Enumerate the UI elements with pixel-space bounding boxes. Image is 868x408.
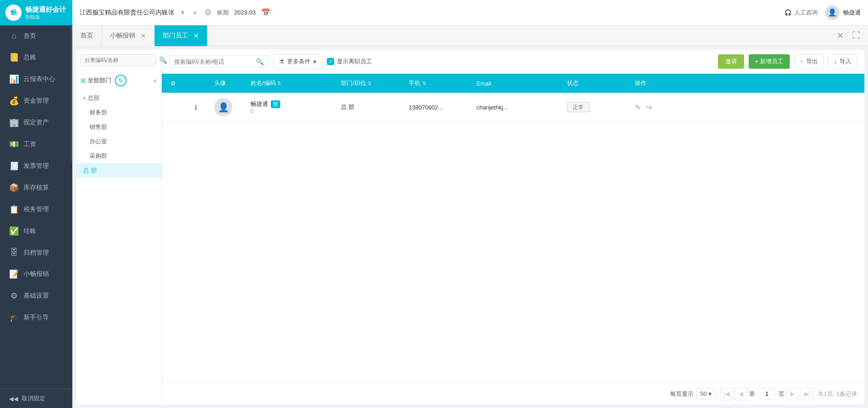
add-employee-button[interactable]: + 新增员工 [749,54,790,69]
calendar-icon[interactable]: 📅 [261,8,270,17]
tabs-right: ✕ ⛶ [834,29,868,42]
export-button[interactable]: ↑ 导出 [794,54,824,69]
dept-sort-icon[interactable]: ⇅ [368,81,372,86]
prev-page-button[interactable]: ◀ [735,388,747,400]
toolbar-right: 邀请 + 新增员工 ↑ 导出 ↓ 导入 [718,54,857,69]
dept-search-input[interactable] [80,54,156,66]
right-panel: 🔍 ⚗ 更多条件 ▾ ✓ 显示离职员工 邀请 + 新增员工 ↑ 导出 [162,50,864,404]
app-logo-icon: 畅 [5,5,22,21]
header-settings-icon[interactable]: ⚙ [204,8,212,18]
sidebar: 畅 畅捷通好会计 旗舰版 ⌂ 首页 📒 总账 📊 云报表中心 💰 资金管理 🏢 … [0,0,72,408]
row-num-cell: 1 [184,93,207,122]
header-right: 🎧 人工咨询 👤 畅捷通 [784,5,861,20]
gear-icon: ⚙ [170,80,176,87]
company-dropdown-icon[interactable]: ▼ [180,9,185,16]
sidebar-item-archive[interactable]: 🗄 归档管理 [0,242,72,263]
sidebar-logo: 畅 畅捷通好会计 旗舰版 [0,0,72,25]
table-row: 1 👤 畅捷通 部 0 总 部 [162,93,864,122]
page-unit: 页 [778,390,784,398]
tab-close-all-icon[interactable]: ✕ [834,29,846,42]
tab-expand-icon[interactable]: ⛶ [850,29,863,42]
sidebar-item-home[interactable]: ⌂ 首页 [0,25,72,47]
mobile-sort-icon[interactable]: ⇅ [422,81,426,86]
more-filter-button[interactable]: ⚗ 更多条件 ▾ [273,54,322,69]
filter-dropdown-icon: ▾ [313,58,316,65]
logout-employee-button[interactable]: ↪ [646,104,652,111]
tab-xiaochang-close[interactable]: ✕ [141,32,146,39]
sidebar-item-xiaochang[interactable]: 📝 小畅报销 [0,263,72,285]
status-badge: 正常 [567,102,590,112]
invite-button[interactable]: 邀请 [718,54,744,69]
sidebar-item-ledger[interactable]: 📒 总账 [0,47,72,68]
cancel-pin-button[interactable]: ◀◀ 取消固定 [0,389,72,408]
assets-icon: 🏢 [9,118,19,128]
period-label: 账期 [217,9,229,17]
mobile-col-label: 手机 [409,80,420,86]
show-resigned-checkbox[interactable]: ✓ 显示离职员工 [327,57,372,66]
page-number-input[interactable] [758,388,776,399]
archive-icon: 🗄 [9,248,19,257]
sidebar-item-tax[interactable]: 📋 税务管理 [0,199,72,220]
name-sort-icon[interactable]: ⇅ [277,81,281,86]
dept-item-zongbu[interactable]: ▾ 总部 [76,91,161,105]
sidebar-item-guide[interactable]: 🎓 新手引导 [0,307,72,328]
next-page-button[interactable]: ▶ [786,388,799,400]
col-num [184,74,207,93]
tax-icon: 📋 [9,204,19,214]
dept-col-label: 部门/职位 [341,80,366,86]
collapse-panel-icon[interactable]: « [153,77,157,84]
dept-item-bgb[interactable]: 办公室 [76,134,161,149]
tab-home[interactable]: 首页 [72,25,102,46]
invoice-icon: 🧾 [9,161,19,171]
sidebar-item-settings[interactable]: ⚙ 基础设置 [0,285,72,307]
dept-item-cwb[interactable]: 财务部 [76,105,161,120]
employee-search-box[interactable]: 🔍 [169,55,269,68]
dept-item-cgb[interactable]: 采购部 [76,149,161,163]
sidebar-item-capital[interactable]: 💰 资金管理 [0,90,72,112]
page-navigation: |◀ ◀ 第 页 ▶ ▶| [720,388,813,400]
sidebar-item-reports[interactable]: 📊 云报表中心 [0,68,72,90]
import-icon: ↓ [834,58,837,65]
sidebar-item-settlement[interactable]: ✅ 结账 [0,220,72,242]
support-button[interactable]: 🎧 人工咨询 [784,9,818,17]
page-label: 第 [749,390,755,398]
col-name[interactable]: 姓名/编码 ⇅ [243,74,334,93]
sidebar-item-assets[interactable]: 🏢 固定资产 [0,112,72,133]
name-col-label: 姓名/编码 [250,80,276,86]
tab-xiaochang[interactable]: 小畅报销 ✕ [102,25,155,46]
page-size-dropdown[interactable]: 50 ▾ [696,388,716,399]
resigned-checkbox-icon: ✓ [327,58,334,65]
user-info[interactable]: 👤 畅捷通 [825,5,861,20]
col-dept[interactable]: 部门/职位 ⇅ [334,74,401,93]
sidebar-item-inventory[interactable]: 📦 库存核算 [0,177,72,199]
all-dept-label: ⊞ 全部部门 [80,76,111,85]
tab-dept-emp[interactable]: 部门员工 ✕ [155,25,208,46]
main-area: 江西服宝精品有限责任公司内账张 ▼ ＋ ⚙ 账期 2023-03 📅 🎧 人工咨… [72,0,868,408]
import-button[interactable]: ↓ 导入 [828,54,858,69]
last-page-button[interactable]: ▶| [801,388,813,400]
first-page-button[interactable]: |◀ [720,388,733,400]
dept-item-xsb[interactable]: 销售部 [76,120,161,134]
row-actions-cell: ✎ ↪ [627,93,864,122]
col-mobile[interactable]: 手机 ⇅ [401,74,469,93]
filter-icon: ⚗ [279,58,284,65]
edit-employee-button[interactable]: ✎ [635,104,641,111]
add-dept-button[interactable]: ✎ [115,75,127,86]
employee-search-input[interactable] [174,58,253,65]
dept-item-zongbu2[interactable]: 总 部 [76,163,161,178]
guide-icon: 🎓 [9,313,19,323]
dept-badge: 部 [271,100,280,108]
xiaochang-icon: 📝 [9,269,19,279]
col-gear[interactable]: ⚙ [162,74,184,93]
sidebar-item-invoice[interactable]: 🧾 发票管理 [0,155,72,177]
capital-icon: 💰 [9,96,19,106]
add-company-icon[interactable]: ＋ [191,7,199,18]
per-page-label: 每页显示 [670,390,693,398]
tab-dept-emp-close[interactable]: ✕ [193,32,199,39]
sidebar-item-salary[interactable]: 💵 工资 [0,133,72,155]
employee-search-icon[interactable]: 🔍 [256,58,264,65]
col-email: Email [469,74,560,93]
sidebar-nav: ⌂ 首页 📒 总账 📊 云报表中心 💰 资金管理 🏢 固定资产 💵 工资 🧾 发… [0,25,72,389]
col-actions: 操作 [627,74,864,93]
user-avatar: 👤 [825,5,840,20]
